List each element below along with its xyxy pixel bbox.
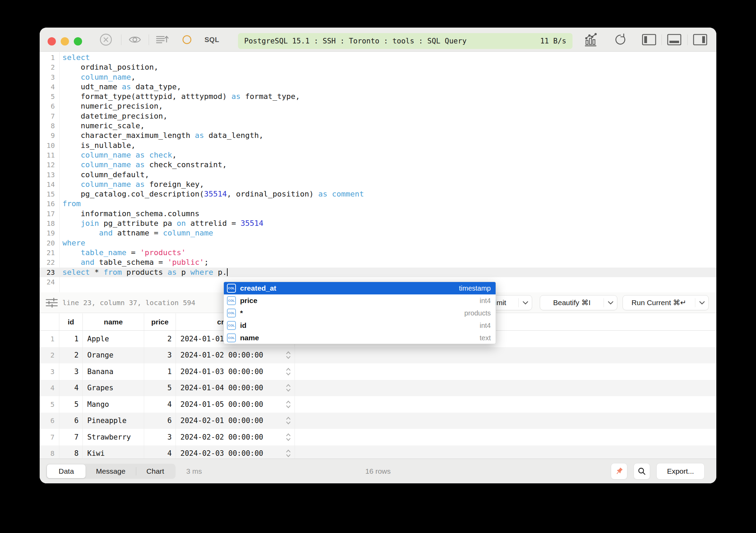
cell-price[interactable]: 4 xyxy=(144,396,176,413)
table-row[interactable]: 33Banana12024-01-03 00:00:00 xyxy=(40,363,716,380)
code-line[interactable]: 13 column_default, xyxy=(40,170,716,180)
code-line[interactable]: 16from xyxy=(40,199,716,209)
run-current-button[interactable]: Run Current ⌘↵ xyxy=(623,295,709,310)
cell-name[interactable]: Strawberry xyxy=(83,429,144,445)
sql-editor[interactable]: 1select2 ordinal_position,3 column_name,… xyxy=(40,52,716,292)
chevron-down-icon[interactable] xyxy=(519,301,532,305)
cell-created-at[interactable]: 2024-02-02 00:00:00 xyxy=(176,429,295,445)
code-line[interactable]: 9 character_maximum_length as data_lengt… xyxy=(40,131,716,140)
refresh-icon[interactable] xyxy=(613,32,628,47)
datetime-stepper[interactable] xyxy=(286,350,291,360)
cell-name[interactable]: Banana xyxy=(83,363,144,380)
datetime-stepper[interactable] xyxy=(286,416,291,425)
pin-result-button[interactable] xyxy=(611,463,627,480)
code-line[interactable]: 19 and attname = column_name xyxy=(40,228,716,238)
panel-right-icon[interactable] xyxy=(693,34,707,46)
code-line[interactable]: 18 join pg_attribute pa on attrelid = 35… xyxy=(40,219,716,228)
beautify-button[interactable]: Beautify ⌘I xyxy=(540,295,617,310)
column-header-name[interactable]: name xyxy=(83,313,144,330)
cell-name[interactable]: Apple xyxy=(83,331,144,347)
autocomplete-item[interactable]: COLidint4 xyxy=(224,319,496,332)
minimize-window-button[interactable] xyxy=(61,37,69,46)
tab-chart[interactable]: Chart xyxy=(136,465,175,478)
code-line[interactable]: 21 table_name = 'products' xyxy=(40,248,716,258)
autocomplete-item[interactable]: COL*products xyxy=(224,307,496,319)
cell-created-at[interactable]: 2024-01-04 00:00:00 xyxy=(176,380,295,396)
tab-data[interactable]: Data xyxy=(47,464,86,478)
cell-name[interactable]: Grapes xyxy=(83,380,144,396)
cell-price[interactable]: 2 xyxy=(144,331,176,347)
panel-left-icon[interactable] xyxy=(642,34,656,46)
cell-name[interactable]: Kiwi xyxy=(83,445,144,459)
cell-price[interactable]: 3 xyxy=(144,347,176,364)
cell-name[interactable]: Mango xyxy=(83,396,144,413)
chevron-down-icon[interactable] xyxy=(695,301,708,305)
chevron-down-icon[interactable] xyxy=(604,301,617,305)
autocomplete-item[interactable]: COLcreated_attimestamp xyxy=(224,282,496,294)
close-window-button[interactable] xyxy=(48,37,56,46)
cell-price[interactable]: 3 xyxy=(144,429,176,445)
code-line[interactable]: 6 numeric_precision, xyxy=(40,101,716,111)
code-line[interactable]: 17 information_schema.columns xyxy=(40,209,716,219)
code-line[interactable]: 22 and table_schema = 'public'; xyxy=(40,258,716,267)
code-line[interactable]: 14 column_name as foreign_key, xyxy=(40,180,716,189)
code-line[interactable]: 2 ordinal_position, xyxy=(40,62,716,72)
cell-id[interactable]: 5 xyxy=(59,396,83,413)
table-row[interactable]: 55Mango42024-01-05 00:00:00 xyxy=(40,396,716,413)
table-row[interactable]: 44Grapes52024-01-04 00:00:00 xyxy=(40,380,716,396)
autocomplete-item[interactable]: COLnametext xyxy=(224,332,496,344)
close-tab-icon[interactable] xyxy=(98,31,114,48)
code-line[interactable]: 23select * from products as p where p. xyxy=(40,268,716,277)
code-line[interactable]: 11 column_name as check, xyxy=(40,150,716,160)
code-line[interactable]: 20where xyxy=(40,238,716,248)
code-line[interactable]: 15 pg_catalog.col_description(35514, ord… xyxy=(40,189,716,199)
search-results-button[interactable] xyxy=(634,463,650,480)
cell-id[interactable]: 8 xyxy=(59,445,83,459)
code-line[interactable]: 12 column_name as check_constraint, xyxy=(40,160,716,170)
column-header-id[interactable]: id xyxy=(59,313,83,330)
datetime-stepper[interactable] xyxy=(286,432,291,442)
cell-name[interactable]: Orange xyxy=(83,347,144,364)
cell-created-at[interactable]: 2024-01-02 00:00:00 xyxy=(176,347,295,364)
cell-id[interactable]: 6 xyxy=(59,413,83,429)
code-line[interactable]: 8 numeric_scale, xyxy=(40,121,716,131)
cell-created-at[interactable]: 2024-01-05 00:00:00 xyxy=(176,396,295,413)
zoom-window-button[interactable] xyxy=(74,37,82,46)
cell-price[interactable]: 6 xyxy=(144,413,176,429)
datetime-stepper[interactable] xyxy=(286,383,291,393)
cell-created-at[interactable]: 2024-02-03 00:00:00 xyxy=(176,445,295,459)
table-row[interactable]: 22Orange32024-01-02 00:00:00 xyxy=(40,347,716,364)
code-line[interactable]: 4 udt_name as data_type, xyxy=(40,82,716,92)
cell-id[interactable]: 4 xyxy=(59,380,83,396)
cell-created-at[interactable]: 2024-01-03 00:00:00 xyxy=(176,363,295,380)
cell-price[interactable]: 4 xyxy=(144,445,176,459)
export-button[interactable]: Export... xyxy=(656,463,705,480)
column-header-price[interactable]: price xyxy=(144,313,176,330)
code-line[interactable]: 7 datetime_precision, xyxy=(40,111,716,121)
cell-name[interactable]: Pineapple xyxy=(83,413,144,429)
query-history-icon[interactable] xyxy=(153,31,171,48)
table-row[interactable]: 88Kiwi42024-02-03 00:00:00 xyxy=(40,445,716,459)
code-line[interactable]: 1select xyxy=(40,53,716,62)
datetime-stepper[interactable] xyxy=(286,400,291,409)
panel-bottom-icon[interactable] xyxy=(667,34,682,46)
tab-message[interactable]: Message xyxy=(86,465,136,478)
cell-created-at[interactable]: 2024-02-01 00:00:00 xyxy=(176,413,295,429)
chart-icon[interactable] xyxy=(583,32,599,47)
code-line[interactable]: 3 column_name, xyxy=(40,72,716,82)
table-row[interactable]: 77Strawberry32024-02-02 00:00:00 xyxy=(40,429,716,445)
cell-id[interactable]: 7 xyxy=(59,429,83,445)
datetime-stepper[interactable] xyxy=(286,367,291,376)
autocomplete-item[interactable]: COLpriceint4 xyxy=(224,294,496,307)
cell-id[interactable]: 2 xyxy=(59,347,83,364)
code-line[interactable]: 10 is_nullable, xyxy=(40,141,716,150)
cell-id[interactable]: 3 xyxy=(59,363,83,380)
editor-settings-icon[interactable] xyxy=(45,297,58,308)
datetime-stepper[interactable] xyxy=(286,449,291,458)
preview-eye-icon[interactable] xyxy=(127,31,143,48)
table-row[interactable]: 66Pineapple62024-02-01 00:00:00 xyxy=(40,413,716,429)
cell-id[interactable]: 1 xyxy=(59,331,83,347)
code-line[interactable]: 5 format_type(atttypid, atttypmod) as fo… xyxy=(40,92,716,101)
cell-price[interactable]: 1 xyxy=(144,363,176,380)
cell-price[interactable]: 5 xyxy=(144,380,176,396)
